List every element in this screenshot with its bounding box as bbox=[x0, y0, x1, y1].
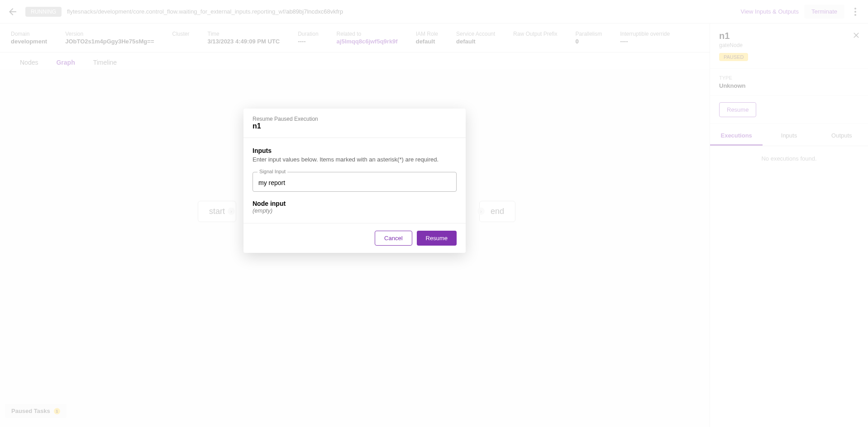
node-input-empty: (empty) bbox=[253, 207, 457, 214]
modal-footer: Cancel Resume bbox=[243, 223, 466, 253]
node-input-title: Node input bbox=[253, 200, 457, 207]
signal-input-label: Signal Input bbox=[258, 169, 287, 174]
modal-inputs-desc: Enter input values below. Items marked w… bbox=[253, 156, 457, 163]
resume-modal: Resume Paused Execution n1 Inputs Enter … bbox=[243, 109, 466, 253]
modal-overline: Resume Paused Execution bbox=[253, 116, 457, 122]
modal-title: n1 bbox=[253, 122, 457, 130]
signal-input[interactable] bbox=[258, 179, 451, 186]
modal-body: Inputs Enter input values below. Items m… bbox=[243, 138, 466, 223]
cancel-button[interactable]: Cancel bbox=[375, 231, 412, 246]
signal-input-field: Signal Input bbox=[253, 172, 457, 192]
modal-resume-button[interactable]: Resume bbox=[417, 231, 457, 246]
modal-inputs-title: Inputs bbox=[253, 147, 457, 154]
modal-header: Resume Paused Execution n1 bbox=[243, 109, 466, 138]
